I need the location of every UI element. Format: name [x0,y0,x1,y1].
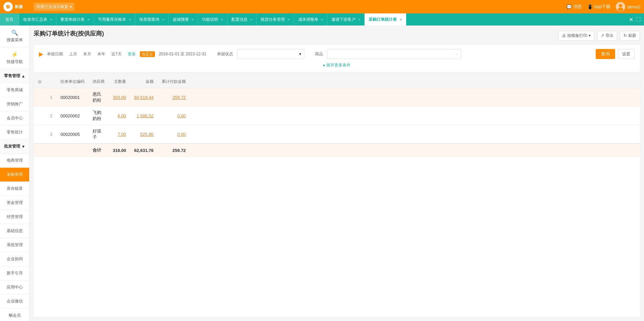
supplier-code: 00020005 [56,125,89,144]
workspace-name: 母婴行业演示账套 [36,4,68,10]
tab-overstock[interactable]: 超储预警 × [169,13,198,25]
sidebar-item-enterprise-wechat[interactable]: 企业微信 [0,295,29,309]
sidebar-item-members[interactable]: 会员中心 [0,111,29,125]
table-wrapper[interactable]: ⚙ 往来单位编码 供应商 主数量 金额 累计付款金额 [34,75,640,317]
date-btn-7days[interactable]: 近7天 [109,51,124,58]
supplier-code: 00020001 [56,88,89,107]
close-icon[interactable]: × [321,17,323,21]
amount[interactable]: 60,519.44 [130,88,158,107]
tab-cost-adjust[interactable]: 成本调整单 × [294,13,327,25]
tab-label: 采购订单统计表 [369,17,397,22]
download-btn[interactable]: 📱 App下载 [587,4,610,10]
query-button[interactable]: 查询 [596,49,615,59]
page-title: 采购订单统计表(按供应商) [34,30,104,38]
sidebar-item-retail-mall[interactable]: 零售商城 [0,83,29,97]
sidebar-item-app-center[interactable]: 应用中心 [0,280,29,295]
sidebar-item-enterprise-collab[interactable]: 企业协同 [0,252,29,266]
logo-area: 畅 标服 [3,2,30,11]
sidebar-item-quick-nav[interactable]: ⚡ 快捷导航 [0,47,29,69]
sidebar-item-basic-info[interactable]: 基础信息 [0,224,29,238]
paid-amount[interactable]: 259.72 [158,88,190,107]
tab-shelf-life[interactable]: 保质期查询 × [135,13,168,25]
sidebar-label: 零售商城 [7,87,23,93]
top-bar: 畅 标服 母婴行业演示账套 ▾ 💬 消息 📱 App下载 demo2 [0,0,644,13]
tab-function-desc[interactable]: 功能说明 × [198,13,227,25]
close-icon[interactable]: × [87,17,89,21]
date-btn-this-month[interactable]: 本月 [81,51,93,58]
sidebar-label: 电商管理 [7,158,23,163]
close-icon[interactable]: × [129,17,131,21]
sidebar-item-system-mgmt[interactable]: 系统管理 [0,238,29,252]
close-icon[interactable]: × [399,17,401,21]
message-label: 消息 [573,4,582,10]
sidebar-item-marketing[interactable]: 营销推广 [0,97,29,111]
export-label: 导出 [605,33,613,39]
table-header: ⚙ 往来单位编码 供应商 主数量 金额 累计付款金额 [34,75,640,88]
sidebar-item-new-guide[interactable]: 新手引导 [0,266,29,280]
sidebar-item-inventory-check[interactable]: 库存核算 [0,182,29,196]
settings-icon[interactable]: ⚙ [38,79,42,85]
close-icon[interactable]: × [50,17,52,21]
tab-config-info[interactable]: 配置信息 × [227,13,257,25]
row-settings [34,125,46,144]
expand-more-button[interactable]: ▾ 展开更多条件 [323,62,351,68]
tab-receive-summary[interactable]: 收发存汇总表 × [19,13,56,25]
status-filter-input[interactable]: ▾ [237,49,304,59]
close-icon[interactable]: × [358,17,360,21]
maximize-icon[interactable]: ⛶ [636,17,641,22]
date-btn-last-month[interactable]: 上月 [67,51,79,58]
close-icon[interactable]: × [221,17,223,21]
close-icon[interactable]: × [192,17,194,21]
amount-header: 金额 [130,75,158,88]
sidebar-item-ecommerce[interactable]: 电商管理 [0,154,29,168]
export-button[interactable]: ↗ 导出 [597,31,617,41]
sidebar-label: 零售管理 [4,73,20,79]
sidebar-item-retail-mgmt[interactable]: 零售管理 ▲ [0,69,29,83]
main-qty[interactable]: 7.00 [109,125,130,144]
close-icon[interactable]: × [250,17,252,21]
main-qty[interactable]: 6.00 [109,107,130,125]
print-button[interactable]: 🖨 按模板打印 ▾ [558,31,594,41]
main-qty[interactable]: 303.00 [109,88,130,107]
date-btn-more[interactable]: 更多 [126,51,138,58]
download-icon: 📱 [587,4,593,9]
refresh-button[interactable]: ↻ 刷新 [620,31,640,41]
tab-home[interactable]: 首页 [0,13,19,25]
collapse-button[interactable]: ▶ [39,51,43,57]
close-all-icon[interactable]: ✕ [629,16,633,23]
row-settings [34,107,46,125]
table-body: 1 00020001 惠氏奶粉 303.00 60,519.44 259.72 [34,88,640,144]
logo-text: 标服 [15,4,23,10]
close-icon[interactable]: × [287,17,289,21]
tab-invite-downstream[interactable]: 邀请下游客户 × [327,13,365,25]
footer-amount: 62,631.76 [130,144,158,157]
message-btn[interactable]: 💬 消息 [567,4,582,10]
sidebar-item-search[interactable]: 🔍 搜索菜单 [0,25,29,47]
table-row: 2 00020002 飞鹤奶粉 6.00 1,586.52 0.00 [34,107,640,125]
sidebar-item-purchase-mgmt[interactable]: 采购管理 [0,168,29,182]
goods-filter-input[interactable]: ··· [327,49,461,59]
tab-usable-stock[interactable]: 可用量库存账本 × [94,13,135,25]
workspace-selector[interactable]: 母婴行业演示账套 ▾ [34,3,74,11]
amount[interactable]: 525.80 [130,125,158,144]
sidebar-item-retail-stats[interactable]: 零售统计 [0,125,29,140]
tab-order-summary[interactable]: 要货单统计表 × [56,13,94,25]
close-icon[interactable]: × [162,17,164,21]
user-area[interactable]: demo2 [616,2,641,11]
settings-column-header[interactable]: ⚙ [34,75,46,88]
tab-label: 可用量库存账本 [98,17,126,22]
tab-picking-task[interactable]: 拣货任务管理 × [257,13,294,25]
paid-amount[interactable]: 0.00 [158,125,190,144]
main-qty-header: 主数量 [109,75,130,88]
tab-label: 超储预警 [173,17,189,22]
custom-badge[interactable]: 自定义 [140,51,155,57]
date-btn-this-year[interactable]: 本年 [95,51,107,58]
sidebar-item-free-member[interactable]: 畅会员 [0,309,29,321]
tab-purchase-summary[interactable]: 采购订单统计表 × [365,13,406,25]
settings-button[interactable]: 设置 [618,49,635,59]
sidebar-item-operations[interactable]: 经营管理 [0,210,29,224]
amount[interactable]: 1,586.52 [130,107,158,125]
sidebar-item-wholesale-mgmt[interactable]: 批发管理 ▼ [0,140,29,154]
sidebar-item-finance-mgmt[interactable]: 资金管理 [0,196,29,210]
paid-amount[interactable]: 0.00 [158,107,190,125]
